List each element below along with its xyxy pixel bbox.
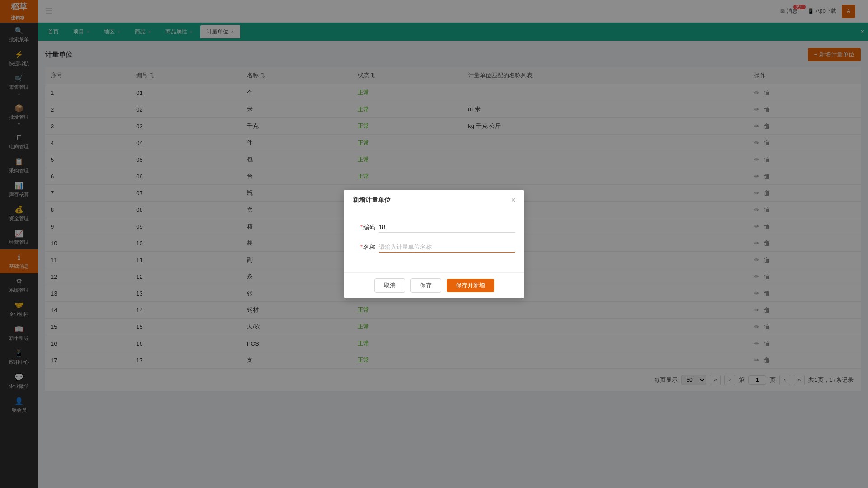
required-marker: * bbox=[360, 224, 363, 230]
code-input[interactable] bbox=[379, 222, 515, 233]
save-and-new-button[interactable]: 保存并新增 bbox=[447, 279, 494, 292]
modal-title: 新增计量单位 bbox=[353, 196, 391, 204]
save-button[interactable]: 保存 bbox=[410, 278, 441, 293]
code-field-row: *编码 bbox=[353, 222, 515, 233]
modal-overlay[interactable]: 新增计量单位 × *编码 *名称 取消 保存 保存并新增 bbox=[0, 0, 868, 488]
code-label: *编码 bbox=[353, 223, 375, 231]
cancel-button[interactable]: 取消 bbox=[374, 278, 405, 293]
name-label: *名称 bbox=[353, 243, 375, 251]
add-unit-modal: 新增计量单位 × *编码 *名称 取消 保存 保存并新增 bbox=[344, 190, 524, 298]
modal-footer: 取消 保存 保存并新增 bbox=[344, 272, 524, 298]
name-field-row: *名称 bbox=[353, 242, 515, 253]
modal-header: 新增计量单位 × bbox=[344, 190, 524, 211]
modal-close-button[interactable]: × bbox=[511, 196, 515, 204]
required-marker-2: * bbox=[360, 244, 363, 250]
modal-body: *编码 *名称 bbox=[344, 211, 524, 272]
name-input[interactable] bbox=[379, 242, 515, 253]
